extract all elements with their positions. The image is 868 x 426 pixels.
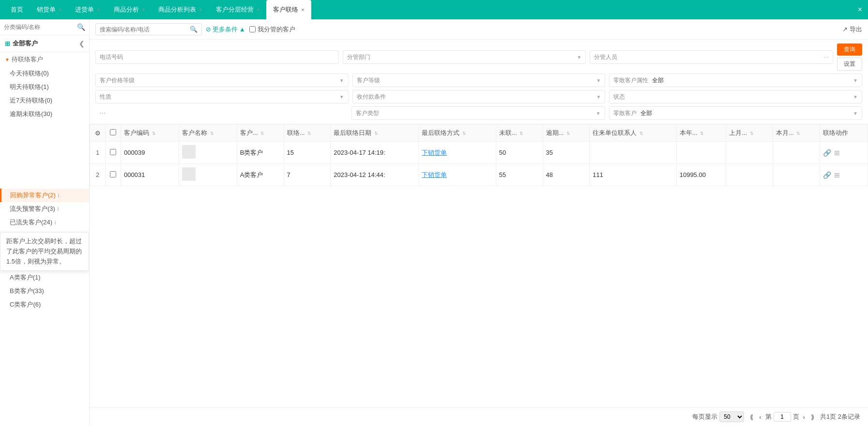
td-person-1 (590, 142, 676, 164)
close-analysis-list-tab[interactable]: × (199, 7, 202, 13)
sidebar-item-class-a[interactable]: A类客户(1) (0, 271, 89, 284)
th-checkbox[interactable] (106, 125, 121, 142)
sidebar-search-icon[interactable]: 🔍 (77, 23, 85, 31)
sidebar-item-7days[interactable]: 近7天待联络(0) (0, 94, 89, 107)
table-row: 2 000031 A类客户 (90, 164, 868, 186)
filter-bar: 🔍 ⊘ 更多条件 ▲ 我分管的客户 ↗ 导出 (90, 19, 868, 40)
query-button[interactable]: 查询 (837, 44, 862, 56)
filter-manager[interactable]: 分管人员 ··· (590, 50, 833, 64)
nav-tab-customer-contact[interactable]: 客户联络 × (266, 0, 311, 19)
my-customers-checkbox[interactable]: 我分管的客户 (249, 25, 295, 34)
row2-checkbox[interactable] (110, 171, 116, 177)
filter-search-input[interactable] (100, 26, 190, 33)
td-last-method-1[interactable]: 下销货单 (419, 142, 496, 164)
nav-tab-sales[interactable]: 销货单 × (30, 0, 68, 19)
sort-icon-unlocked: ⇅ (519, 131, 523, 136)
more-dots-icon[interactable]: ··· (99, 109, 106, 118)
filter-status[interactable]: 状态 ▼ (609, 90, 862, 103)
customer-type-arrow: ▼ (596, 111, 601, 116)
nav-tab-analysis[interactable]: 商品分析 × (107, 0, 152, 19)
per-page-select[interactable]: 20 50 100 200 (719, 411, 744, 422)
more-conditions-button[interactable]: ⊘ 更多条件 ▲ (206, 25, 245, 34)
filter-payment[interactable]: 收付款条件 ▼ (352, 90, 606, 103)
collapse-icon[interactable]: ❮ (79, 40, 84, 47)
td-checkbox-2[interactable] (106, 164, 121, 186)
sidebar-item-tomorrow[interactable]: 明天待联络(1) (0, 80, 89, 94)
sidebar-all-customers[interactable]: ⊞ 全部客户 ❮ (0, 35, 89, 52)
sidebar-item-churn-warning[interactable]: 流失预警客户(3) ℹ (0, 202, 89, 216)
select-all-checkbox[interactable] (110, 129, 116, 135)
th-unlocked[interactable]: 未联... ⇅ (496, 125, 543, 142)
sidebar-group-pending[interactable]: ▼ 待联络客户 (0, 52, 89, 67)
action-link-icon-2[interactable]: 🔗 (823, 171, 831, 179)
th-this-month[interactable]: 本月... ⇅ (773, 125, 820, 142)
filter-search-icon[interactable]: 🔍 (190, 26, 198, 33)
sidebar-item-class-c[interactable]: C类客户(6) (0, 298, 89, 311)
filter-customer-type[interactable]: 客户类型 ▼ (351, 106, 605, 120)
td-checkbox-1[interactable] (106, 142, 121, 164)
payment-arrow: ▼ (596, 94, 601, 100)
action-link-icon-1[interactable]: 🔗 (823, 149, 831, 157)
td-actions-1: 🔗 ⊞ (820, 142, 868, 164)
sidebar-item-overdue[interactable]: 逾期未联络(30) (0, 107, 89, 121)
th-overdue[interactable]: 逾期... ⇅ (543, 125, 590, 142)
filter-more-dots-area: ··· (95, 107, 348, 119)
nav-tab-home[interactable]: 首页 (4, 0, 30, 19)
prev-page-button[interactable]: ‹ (757, 412, 763, 422)
th-customer-code[interactable]: 客户编码 ⇅ (121, 125, 179, 142)
td-level-1: B类客户 (237, 142, 284, 164)
th-customer-level[interactable]: 客户... ⇅ (237, 125, 284, 142)
close-sales-tab[interactable]: × (59, 7, 61, 13)
td-overdue-2: 48 (543, 164, 590, 186)
page-number-input[interactable] (774, 412, 791, 422)
nav-tab-analysis-list[interactable]: 商品分析列表 × (152, 0, 209, 19)
sidebar-item-today[interactable]: 今天待联络(0) (0, 67, 89, 80)
sort-icon-person: ⇅ (640, 131, 643, 136)
close-analysis-tab[interactable]: × (142, 7, 145, 13)
customer-level-arrow: ▼ (596, 78, 601, 83)
td-contact-count-2: 7 (284, 164, 331, 186)
action-grid-icon-2[interactable]: ⊞ (834, 171, 840, 179)
settings-button[interactable]: 设置 (837, 58, 862, 71)
sidebar-item-class-b[interactable]: B类客户(33) (0, 284, 89, 298)
td-last-method-2[interactable]: 下销货单 (419, 164, 496, 186)
td-year-1 (676, 142, 726, 164)
th-last-month[interactable]: 上月... ⇅ (726, 125, 773, 142)
th-contact-count[interactable]: 联络... ⇅ (284, 125, 331, 142)
window-close-button[interactable]: × (858, 5, 862, 14)
filter-search-box: 🔍 (95, 23, 202, 35)
first-page-button[interactable]: ⟪ (748, 412, 755, 422)
nav-tab-customer-tier[interactable]: 客户分层经营 × (209, 0, 266, 19)
sort-icon-this-month: ⇅ (796, 131, 800, 136)
sidebar-item-churned[interactable]: 已流失客户(24) ℹ (0, 216, 89, 229)
my-customers-check[interactable] (249, 26, 256, 32)
export-button[interactable]: ↗ 导出 (842, 25, 862, 34)
td-name-1 (179, 142, 237, 164)
filter-row-1: 电话号码 分管部门 ▼ 分管人员 ··· 查询 设置 (95, 44, 862, 71)
filter-price-level[interactable]: 客户价格等级 ▼ (95, 73, 349, 87)
th-settings[interactable]: ⚙ (90, 125, 106, 142)
action-grid-icon-1[interactable]: ⊞ (834, 149, 840, 157)
th-last-contact-date[interactable]: 最后联络日期 ⇅ (331, 125, 419, 142)
close-customer-tier-tab[interactable]: × (257, 7, 259, 13)
filter-retail-attr[interactable]: 零散客户属性 全部 ▼ (609, 73, 862, 87)
filter-customer-level[interactable]: 客户等级 ▼ (352, 73, 606, 87)
nav-tab-purchase[interactable]: 进货单 × (68, 0, 107, 19)
th-this-year[interactable]: 本年... ⇅ (676, 125, 726, 142)
filter-department[interactable]: 分管部门 ▼ (343, 50, 586, 64)
row1-checkbox[interactable] (110, 149, 116, 155)
sidebar-item-repurchase-abnormal[interactable]: 回购异常客户(2) ℹ (0, 189, 89, 202)
sidebar-search-input[interactable] (4, 24, 77, 30)
th-last-contact-method[interactable]: 最后联络方式 ⇅ (419, 125, 496, 142)
close-purchase-tab[interactable]: × (97, 7, 100, 13)
filter-nature[interactable]: 性质 ▼ (95, 90, 349, 103)
next-page-button[interactable]: › (801, 412, 807, 422)
last-page-button[interactable]: ⟫ (809, 412, 816, 422)
action-icons-2: 🔗 ⊞ (823, 171, 865, 179)
close-customer-contact-tab[interactable]: × (301, 7, 304, 13)
th-customer-name[interactable]: 客户名称 ⇅ (179, 125, 237, 142)
filter-retail-customer[interactable]: 零散客户 全部 ▼ (609, 106, 862, 120)
tooltip-box: 距客户上次交易时长，超过了此客户的平均交易周期的1.5倍，则视为异常。 (0, 232, 89, 271)
th-contact-person[interactable]: 往来单位联系人 ⇅ (590, 125, 676, 142)
sort-icon-last-month: ⇅ (750, 131, 754, 136)
